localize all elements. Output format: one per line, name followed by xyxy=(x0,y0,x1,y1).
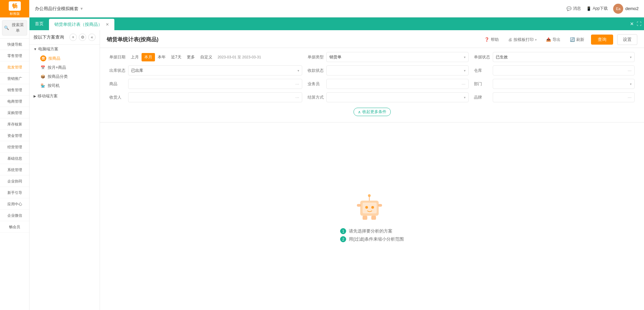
payment-label: 结算方式 xyxy=(308,95,326,100)
filter-date-item: 单据日期 上月 本月 本年 近7天 更多 自定义 2023-03-01 至 20… xyxy=(107,53,305,61)
receive-status-label: 收款状态 xyxy=(308,68,326,73)
page-actions: ❓ 帮助 🖨 按模板打印 ▾ 📤 导出 🔄 刷新 xyxy=(482,34,637,45)
app-download-label: App下载 xyxy=(593,6,608,11)
topbar-title-area: 办公用品行业模拟账套 ▾ xyxy=(35,6,562,12)
empty-svg-icon xyxy=(355,191,389,221)
doc-type-select[interactable]: 销货单 ▾ xyxy=(326,52,468,62)
brand-label: 品牌 xyxy=(474,95,493,100)
by-driver-label: 按司机 xyxy=(48,83,60,89)
receive-status-chevron: ▾ xyxy=(464,69,466,72)
refresh-button[interactable]: 🔄 刷新 xyxy=(567,36,587,44)
payment-select[interactable]: ▾ xyxy=(326,92,468,102)
content-area: 按以下方案查询 + ⚙ « ▼ 电脑端方案 按 按商品 📅 按月 xyxy=(30,30,644,310)
export-button[interactable]: 📤 导出 xyxy=(543,36,563,44)
department-select[interactable]: ▾ xyxy=(493,79,635,89)
tabbar: 首页 销货单统计表（按商品） ✕ ✕ ⛶ xyxy=(30,17,644,30)
tree-item-by-driver[interactable]: 🏪 按司机 xyxy=(30,81,100,90)
svg-rect-7 xyxy=(371,216,376,220)
export-icon: 📤 xyxy=(546,37,551,42)
sidebar-item-member[interactable]: 畅会员 xyxy=(0,221,29,232)
sidebar-item-wholesale[interactable]: 批发管理 xyxy=(0,61,29,73)
print-dropdown-icon[interactable]: ▾ xyxy=(535,38,537,42)
tree-desktop-parent[interactable]: ▼ 电脑端方案 xyxy=(30,45,100,54)
sidebar-item-purchase[interactable]: 采购管理 xyxy=(0,107,29,118)
receiver-dots[interactable]: ··· xyxy=(296,95,300,100)
phone-icon: 📱 xyxy=(586,6,591,11)
user-menu[interactable]: Ea demo2 xyxy=(613,4,639,14)
tab-maximize-icon[interactable]: ⛶ xyxy=(637,21,641,27)
tab-report-label: 销货单统计表（按商品） xyxy=(54,21,102,28)
sidebar-item-apps[interactable]: 应用中心 xyxy=(0,198,29,210)
doc-type-value: 销货单 xyxy=(329,54,341,60)
sidebar-item-basic[interactable]: 基础信息 xyxy=(0,153,29,164)
tree-item-by-month-product[interactable]: 📅 按月+商品 xyxy=(30,63,100,72)
app-download-button[interactable]: 📱 App下载 xyxy=(586,6,608,11)
receiver-select[interactable]: ··· xyxy=(128,92,302,102)
date-more[interactable]: 更多 xyxy=(184,53,198,61)
warehouse-select[interactable]: ··· xyxy=(493,65,635,75)
tree-mobile-parent[interactable]: ▶ 移动端方案 xyxy=(30,92,100,101)
tip-2-num: 2 xyxy=(340,236,346,242)
sidebar-item-wechat[interactable]: 企业微信 xyxy=(0,210,29,221)
collapse-row: ∧ 收起更多条件 xyxy=(107,106,637,118)
doc-type-chevron: ▾ xyxy=(464,55,466,59)
filter-row-3: 商品 ··· 业务员 ··· 部门 xyxy=(107,79,637,89)
query-button[interactable]: 查询 xyxy=(591,35,613,45)
sidebar-item-quick-nav[interactable]: 快捷导航 xyxy=(0,39,29,50)
tab-close-icon[interactable]: ✕ xyxy=(106,22,109,27)
filter-receive-status-item: 收款状态 ▾ xyxy=(305,65,471,75)
tab-report[interactable]: 销货单统计表（按商品） ✕ xyxy=(49,19,114,30)
date-this-year[interactable]: 本年 xyxy=(155,53,168,61)
logo-icon: 畅 xyxy=(9,1,21,11)
settings-scheme-button[interactable]: ⚙ xyxy=(79,34,86,41)
sidebar-item-cooperation[interactable]: 企业协同 xyxy=(0,175,29,187)
warehouse-dots[interactable]: ··· xyxy=(628,68,632,73)
sidebar-item-sales[interactable]: 销售管理 xyxy=(0,84,29,96)
out-status-value: 已出库 xyxy=(131,68,143,73)
sidebar-item-system[interactable]: 系统管理 xyxy=(0,164,29,175)
tree-item-by-product[interactable]: 按 按商品 xyxy=(30,54,100,63)
dropdown-icon[interactable]: ▾ xyxy=(80,6,83,11)
sidebar-item-marketing[interactable]: 营销推广 xyxy=(0,73,29,84)
sidebar-item-business[interactable]: 经营管理 xyxy=(0,141,29,153)
collapse-panel-button[interactable]: « xyxy=(88,34,96,41)
filter-payment-item: 结算方式 ▾ xyxy=(305,92,471,102)
tree-mobile-arrow-icon: ▶ xyxy=(34,94,36,98)
print-button[interactable]: 🖨 按模板打印 ▾ xyxy=(505,36,539,44)
sidebar-item-finance[interactable]: 资金管理 xyxy=(0,130,29,141)
left-panel-header: 按以下方案查询 + ⚙ « xyxy=(30,30,100,45)
brand-dots[interactable]: ··· xyxy=(628,95,632,100)
collapse-button[interactable]: ∧ 收起更多条件 xyxy=(354,108,391,116)
add-scheme-button[interactable]: + xyxy=(69,34,77,41)
receive-status-select[interactable]: ▾ xyxy=(326,65,468,75)
svg-rect-8 xyxy=(357,204,361,207)
sidebar-item-ecommerce[interactable]: 电商管理 xyxy=(0,96,29,107)
help-button[interactable]: ❓ 帮助 xyxy=(482,36,501,44)
date-this-month[interactable]: 本月 xyxy=(142,53,155,61)
tab-home[interactable]: 首页 xyxy=(30,17,49,30)
search-menu-button[interactable]: 🔍 搜索菜单 xyxy=(2,20,27,36)
sidebar-item-inventory[interactable]: 库存核算 xyxy=(0,118,29,130)
product-select[interactable]: ··· xyxy=(128,79,302,89)
svg-point-2 xyxy=(365,206,368,209)
help-icon: ❓ xyxy=(484,37,489,42)
date-7days[interactable]: 近7天 xyxy=(168,53,184,61)
settings-button[interactable]: 设置 xyxy=(617,34,637,45)
doc-status-select[interactable]: 已生效 ▾ xyxy=(493,52,635,62)
sidebar-item-guide[interactable]: 新手引导 xyxy=(0,187,29,198)
sidebar-item-retail[interactable]: 零售管理 xyxy=(0,50,29,61)
salesperson-select[interactable]: ··· xyxy=(326,79,468,89)
brand-select[interactable]: ··· xyxy=(493,92,635,102)
tab-close-all-icon[interactable]: ✕ xyxy=(630,21,634,27)
date-custom[interactable]: 自定义 xyxy=(198,53,215,61)
date-last-month[interactable]: 上月 xyxy=(128,53,142,61)
left-scheme-panel: 按以下方案查询 + ⚙ « ▼ 电脑端方案 按 按商品 📅 按月 xyxy=(30,30,100,310)
salesperson-label: 业务员 xyxy=(308,81,326,87)
message-button[interactable]: 💬 消息 xyxy=(567,6,581,11)
tree-item-by-category[interactable]: 📦 按商品分类 xyxy=(30,72,100,81)
salesperson-dots[interactable]: ··· xyxy=(462,81,466,87)
app-logo[interactable]: 畅 标推版 xyxy=(0,0,29,17)
out-status-select[interactable]: 已出库 ▾ xyxy=(128,65,302,75)
out-status-chevron: ▾ xyxy=(298,69,299,72)
product-dots[interactable]: ··· xyxy=(296,81,300,87)
